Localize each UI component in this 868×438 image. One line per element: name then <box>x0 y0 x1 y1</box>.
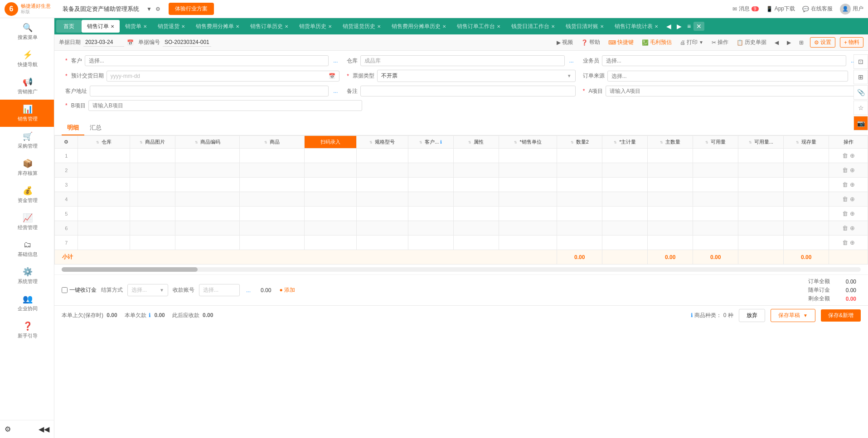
col-main-unit[interactable]: ⇅ *主计量 <box>602 136 648 149</box>
table-cell[interactable] <box>557 178 602 192</box>
delete-icon[interactable]: 🗑 <box>842 225 848 231</box>
tab-cash-workbench[interactable]: 钱货日清工作台 ✕ <box>506 20 560 33</box>
tab-close-all-btn[interactable]: ✕ <box>693 22 704 31</box>
address-input[interactable] <box>90 86 329 96</box>
table-cell[interactable] <box>648 149 693 163</box>
table-cell[interactable] <box>602 236 648 250</box>
table-cell[interactable] <box>240 149 305 163</box>
table-cell[interactable] <box>648 192 693 207</box>
table-cell[interactable] <box>499 236 557 250</box>
tab-invoice-history[interactable]: 销货单历史 ✕ <box>294 20 337 33</box>
table-cell[interactable] <box>240 236 305 250</box>
table-cell[interactable] <box>693 149 738 163</box>
table-scrollbar-track[interactable] <box>62 267 861 272</box>
table-cell[interactable] <box>784 149 829 163</box>
table-cell[interactable] <box>738 149 784 163</box>
tab-sales-invoice[interactable]: 销货单 ✕ <box>120 20 152 33</box>
app-download-btn[interactable]: 📱 App下载 <box>766 5 795 13</box>
table-cell[interactable] <box>175 178 240 192</box>
sidebar-item-quicknav[interactable]: ⚡ 快捷导航 <box>0 45 54 72</box>
table-cell[interactable] <box>175 192 240 207</box>
table-cell[interactable] <box>693 236 738 250</box>
delete-icon[interactable]: 🗑 <box>842 239 848 246</box>
table-cell[interactable] <box>453 178 499 192</box>
tab-close-order-stats[interactable]: ✕ <box>655 24 658 29</box>
delete-icon[interactable]: 🗑 <box>842 152 848 159</box>
table-cell[interactable] <box>175 149 240 163</box>
table-cell[interactable] <box>784 221 829 236</box>
table-cell[interactable] <box>305 221 356 236</box>
setup-btn[interactable]: ⚙ 设置 <box>810 37 835 48</box>
table-cell[interactable] <box>240 192 305 207</box>
profit-btn[interactable]: 💹 毛利预估 <box>640 38 674 47</box>
right-panel-btn-5[interactable]: 📷 <box>853 116 868 130</box>
table-cell[interactable] <box>648 221 693 236</box>
col-image[interactable]: ⇅ 商品图片 <box>130 136 175 149</box>
order-source-input[interactable] <box>607 71 848 82</box>
sidebar-item-search[interactable]: 🔍 搜索菜单 <box>0 18 54 45</box>
table-cell[interactable] <box>240 178 305 192</box>
tab-expense-history[interactable]: 销售费用分摊单历史 ✕ <box>386 20 451 33</box>
sidebar-item-guide[interactable]: ❓ 新手引导 <box>0 317 54 344</box>
table-cell[interactable] <box>78 149 130 163</box>
payment-method-select[interactable]: 选择... ▼ <box>127 284 168 296</box>
tab-expense[interactable]: 销售费用分摊单 ✕ <box>190 20 245 33</box>
online-service-btn[interactable]: 💬 在线客服 <box>802 5 833 13</box>
table-cell[interactable] <box>130 192 175 207</box>
table-cell[interactable] <box>499 163 557 178</box>
delete-icon[interactable]: 🗑 <box>842 167 848 173</box>
col-sales-unit[interactable]: ⇅ *销售单位 <box>499 136 557 149</box>
table-cell[interactable] <box>693 192 738 207</box>
table-cell[interactable] <box>408 236 453 250</box>
grid-view-btn[interactable]: ⊞ <box>797 39 805 47</box>
copy-icon[interactable]: ⊕ <box>850 181 855 188</box>
table-cell[interactable] <box>648 207 693 221</box>
table-cell[interactable] <box>738 178 784 192</box>
table-cell[interactable] <box>356 149 408 163</box>
sidebar-item-marketing[interactable]: 📢 营销推广 <box>0 72 54 100</box>
table-cell[interactable] <box>499 221 557 236</box>
quick-payment-checkbox[interactable] <box>62 287 68 293</box>
table-cell[interactable] <box>499 178 557 192</box>
col-qty2[interactable]: ⇅ 数量2 <box>557 136 602 149</box>
save-draft-button[interactable]: 保存草稿 ▼ <box>771 309 815 322</box>
remark-input[interactable] <box>360 86 575 96</box>
sidebar-item-purchase[interactable]: 🛒 采购管理 <box>0 127 54 154</box>
table-cell[interactable] <box>408 221 453 236</box>
delivery-date-input[interactable]: yyyy-mm-dd 📅 <box>107 71 340 82</box>
table-cell[interactable] <box>738 236 784 250</box>
table-cell[interactable] <box>130 236 175 250</box>
col-stock[interactable]: ⇅ 现存量 <box>784 136 829 149</box>
col-available2[interactable]: ⇅ 可用量... <box>738 136 784 149</box>
toolbar-prev-btn[interactable]: ◀ <box>773 39 781 47</box>
table-cell[interactable] <box>408 207 453 221</box>
col-available[interactable]: ⇅ 可用量 <box>693 136 738 149</box>
right-panel-btn-1[interactable]: ⊡ <box>853 54 868 69</box>
tab-order-stats[interactable]: 销售订单统计表 ✕ <box>609 20 664 33</box>
delete-icon[interactable]: 🗑 <box>842 210 848 217</box>
tab-order-history[interactable]: 销售订单历史 ✕ <box>245 20 294 33</box>
col-code[interactable]: ⇅ 商品编码 <box>175 136 240 149</box>
tab-close-sales-invoice[interactable]: ✕ <box>143 24 147 29</box>
customer-more-btn[interactable]: ... <box>331 58 339 64</box>
table-cell[interactable] <box>408 149 453 163</box>
table-cell[interactable] <box>557 163 602 178</box>
copy-icon[interactable]: ⊕ <box>850 167 855 173</box>
system-dropdown-arrow[interactable]: ▼ <box>146 6 152 12</box>
table-cell[interactable] <box>240 163 305 178</box>
table-cell[interactable] <box>499 149 557 163</box>
b-project-input[interactable] <box>88 100 362 111</box>
table-cell[interactable] <box>453 163 499 178</box>
sidebar-settings-icon[interactable]: ⚙ <box>5 425 11 433</box>
table-scroll[interactable]: ⚙ ⇅ 仓库 ⇅ 商品图片 ⇅ 商品编码 <box>54 135 868 265</box>
table-cell[interactable] <box>175 221 240 236</box>
shortcut-btn[interactable]: ⌨ 快捷键 <box>606 38 635 47</box>
tab-summary[interactable]: 汇总 <box>84 121 107 135</box>
col-main-qty[interactable]: ⇅ 主数量 <box>648 136 693 149</box>
tab-close-order-workbench[interactable]: ✕ <box>497 24 500 29</box>
delete-icon[interactable]: 🗑 <box>842 181 848 188</box>
tab-home[interactable]: 首页 <box>56 20 82 33</box>
table-cell[interactable] <box>305 192 356 207</box>
table-cell[interactable] <box>693 178 738 192</box>
table-cell[interactable] <box>356 236 408 250</box>
